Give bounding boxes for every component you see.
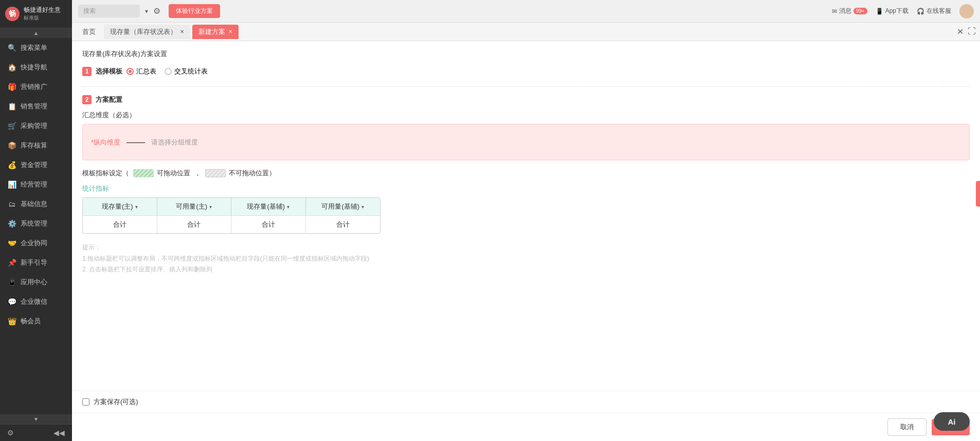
stats-header-label-1: 可用量(主)	[176, 202, 207, 211]
sidebar-item-apps[interactable]: 📱 应用中心	[0, 272, 72, 292]
sidebar-item-purchase[interactable]: 🛒 采购管理	[0, 116, 72, 136]
dimension-area[interactable]: *纵向维度 —— 请选择分组维度	[82, 124, 970, 160]
indicator-row: 模板指标设定（ 可拖动位置 ， 不可拖动位置）	[82, 169, 970, 178]
section2-header: 2 方案配置	[82, 95, 970, 104]
stats-header-label-0: 现存量(主)	[102, 202, 133, 211]
sidebar-item-system[interactable]: ⚙️ 系统管理	[0, 214, 72, 233]
indicator-draggable-text: 可拖动位置	[157, 169, 190, 178]
indicator-non-draggable-text: 不可拖动位置）	[229, 169, 276, 178]
sidebar-item-search-label: 搜索菜单	[21, 43, 47, 52]
content-footer: 方案保存(可选)	[72, 391, 980, 413]
tab-close-all-icon[interactable]: ✕	[957, 27, 964, 36]
stats-header-cell-3[interactable]: 可用量(基辅) ▾	[306, 198, 380, 215]
tab-inventory-status[interactable]: 现存量（库存状况表） ✕	[104, 25, 190, 39]
section2-num: 2	[82, 95, 92, 104]
dimension-placeholder: 请选择分组维度	[151, 138, 198, 147]
sidebar-item-member[interactable]: 👑 畅会员	[0, 311, 72, 331]
app-download-label: App下载	[885, 7, 909, 15]
save-scheme-checkbox[interactable]	[82, 398, 89, 406]
user-avatar[interactable]	[959, 4, 974, 19]
stats-header-label-3: 可用量(基辅)	[321, 202, 359, 211]
tip-2: 2. 点击标题栏下拉可设置排序、插入列和删除列	[82, 264, 970, 275]
section1-num: 1	[82, 67, 92, 76]
indicator-non-draggable-box: 不可拖动位置）	[205, 169, 276, 178]
app-download-btn[interactable]: 📱 App下载	[876, 7, 909, 15]
sidebar-item-wechat-label: 企业微信	[21, 297, 47, 306]
radio-summary-label: 汇总表	[136, 67, 156, 76]
sidebar-item-finance-label: 资金管理	[21, 160, 47, 170]
sidebar-item-inventory-label: 库存核算	[21, 141, 47, 150]
app-version: 标准版	[24, 14, 61, 22]
save-scheme-label: 方案保存(可选)	[94, 397, 138, 407]
industry-btn[interactable]: 体验行业方案	[169, 4, 220, 18]
chevron-down-icon-2: ▾	[287, 204, 289, 210]
cancel-button[interactable]: 取消	[887, 418, 927, 436]
sidebar-nav: 🔍 搜索菜单 🏠 快捷导航 🎁 营销推广 📋 销售管理 🛒 采购管理 📦 库存核…	[0, 38, 72, 414]
sidebar-item-marketing-label: 营销推广	[21, 82, 47, 91]
sidebar-item-shortcut[interactable]: 🏠 快捷导航	[0, 58, 72, 77]
stats-body-cell-1: 合计	[157, 215, 232, 233]
indicator-draggable-box: 可拖动位置	[133, 169, 190, 178]
tab-inventory-close-icon[interactable]: ✕	[180, 29, 184, 34]
sidebar-scroll-up[interactable]: ▲	[0, 28, 72, 38]
sidebar-item-member-label: 畅会员	[21, 317, 41, 326]
sidebar-item-sales[interactable]: 📋 销售管理	[0, 97, 72, 116]
ai-label: Ai	[948, 417, 956, 426]
topbar: 搜索 ▾ ⚙ 体验行业方案 ✉ 消息 99+ 📱 App下载 🎧 在线客服	[72, 0, 980, 23]
sidebar-item-wechat[interactable]: 💬 企业微信	[0, 292, 72, 311]
sidebar-item-inventory[interactable]: 📦 库存核算	[0, 136, 72, 155]
main-area: 搜索 ▾ ⚙ 体验行业方案 ✉ 消息 99+ 📱 App下载 🎧 在线客服 首页	[72, 0, 980, 441]
stats-body-cell-3: 合计	[306, 215, 380, 233]
sidebar-item-newbie[interactable]: 📌 新手引导	[0, 253, 72, 272]
right-edge-handle[interactable]	[976, 181, 980, 207]
radio-summary[interactable]: 汇总表	[126, 67, 156, 76]
message-badge: 99+	[854, 8, 867, 14]
message-btn[interactable]: ✉ 消息 99+	[832, 7, 867, 15]
member-icon: 👑	[7, 317, 16, 326]
content-area: 现存量(库存状况表)方案设置 1 选择模板 汇总表 交叉统计表	[72, 41, 980, 391]
sidebar-item-shortcut-label: 快捷导航	[21, 63, 47, 72]
topbar-right: ✉ 消息 99+ 📱 App下载 🎧 在线客服	[832, 4, 974, 19]
sidebar-item-sales-label: 销售管理	[21, 102, 47, 111]
indicator-separator: ，	[194, 169, 201, 178]
indicator-label-text: 模板指标设定（	[82, 169, 129, 178]
divider1	[82, 86, 970, 87]
sidebar-item-management[interactable]: 📊 经营管理	[0, 175, 72, 194]
finance-icon: 💰	[7, 160, 16, 170]
message-label: 消息	[839, 7, 851, 15]
page-title: 现存量(库存状况表)方案设置	[82, 49, 970, 59]
section2-title: 方案配置	[96, 95, 122, 104]
tab-home-label: 首页	[82, 27, 96, 36]
topbar-gear-icon[interactable]: ⚙	[153, 6, 160, 16]
customer-service-btn[interactable]: 🎧 在线客服	[917, 7, 951, 15]
tab-expand-icon[interactable]: ⛶	[968, 27, 976, 36]
sidebar-item-search[interactable]: 🔍 搜索菜单	[0, 38, 72, 58]
topbar-search-display: 搜索	[78, 5, 140, 17]
stats-header-cell-2[interactable]: 现存量(基辅) ▾	[231, 198, 306, 215]
radio-summary-circle	[126, 68, 134, 75]
sidebar-item-cooperation[interactable]: 🤝 企业协同	[0, 233, 72, 253]
topbar-dropdown-icon[interactable]: ▾	[145, 8, 148, 15]
tab-new-scheme-close-icon[interactable]: ✕	[228, 29, 232, 34]
stats-body-cell-0: 合计	[83, 215, 157, 233]
stats-header-cell-1[interactable]: 可用量(主) ▾	[157, 198, 232, 215]
section-choose-template: 1 选择模板 汇总表 交叉统计表	[82, 67, 970, 76]
settings-footer-icon[interactable]: ⚙	[7, 429, 14, 437]
sidebar-scroll-down[interactable]: ▼	[0, 414, 72, 424]
sidebar-item-basic[interactable]: 🗂 基础信息	[0, 194, 72, 214]
inventory-icon: 📦	[7, 141, 16, 150]
volume-footer-icon[interactable]: ◀◀	[53, 429, 65, 437]
ai-float-btn[interactable]: Ai	[934, 412, 970, 431]
tab-new-scheme[interactable]: 新建方案 ✕	[192, 25, 239, 39]
home-icon: 🏠	[7, 63, 16, 72]
chevron-down-icon-0: ▾	[135, 204, 138, 210]
apps-icon: 📱	[7, 278, 16, 287]
basic-icon: 🗂	[7, 199, 16, 209]
stats-header-cell-0[interactable]: 现存量(主) ▾	[83, 198, 157, 215]
sidebar-item-finance[interactable]: 💰 资金管理	[0, 155, 72, 175]
indicator-non-draggable-swatch	[205, 169, 226, 177]
headset-icon: 🎧	[917, 8, 924, 15]
tab-home[interactable]: 首页	[76, 25, 102, 39]
sidebar-item-marketing[interactable]: 🎁 营销推广	[0, 77, 72, 97]
radio-cross[interactable]: 交叉统计表	[165, 67, 208, 76]
